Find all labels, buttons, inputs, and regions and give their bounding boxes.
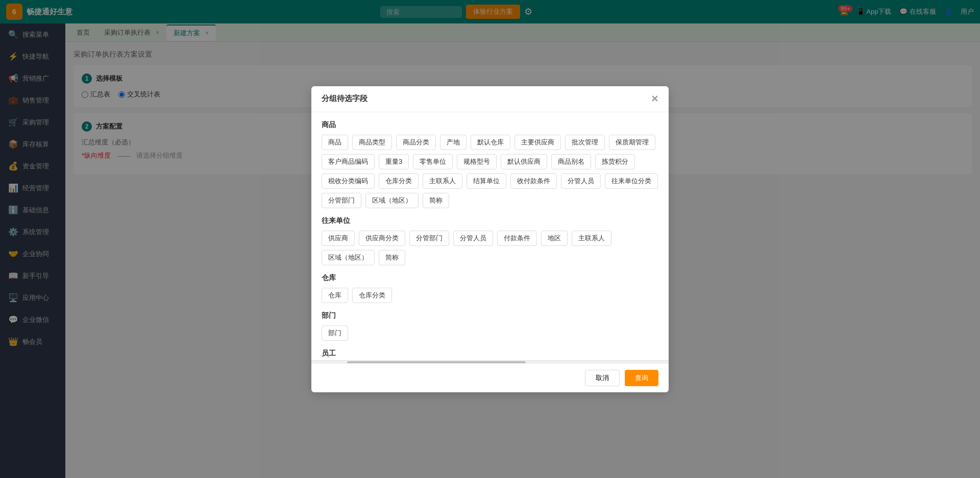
field-supplier-category[interactable]: 供应商分类	[359, 231, 405, 246]
field-supervisor[interactable]: 分管人员	[561, 173, 601, 189]
modal-title: 分组待选字段	[322, 94, 368, 104]
section-dept: 部门 部门	[322, 311, 658, 341]
field-partner-contact[interactable]: 主联系人	[572, 231, 611, 246]
section-dept-fields: 部门	[322, 325, 658, 341]
field-region-partner[interactable]: 区域（地区）	[322, 250, 375, 265]
field-area[interactable]: 地区	[541, 231, 568, 246]
field-dept-mgmt[interactable]: 分管部门	[322, 193, 361, 208]
section-partner-fields: 供应商 供应商分类 分管部门 分管人员 付款条件 地区 主联系人 区域（地区） …	[322, 231, 658, 265]
section-dept-title: 部门	[322, 311, 658, 320]
field-main-supplier[interactable]: 主要供应商	[514, 135, 561, 150]
field-abbr-product[interactable]: 简称	[423, 193, 449, 208]
field-product-type[interactable]: 商品类型	[352, 135, 392, 150]
field-partner-category[interactable]: 往来单位分类	[605, 173, 658, 189]
modal-header: 分组待选字段 ✕	[311, 86, 669, 112]
modal-horizontal-scrollbar[interactable]	[311, 360, 669, 363]
section-employee: 员工 业务员	[322, 349, 658, 360]
field-payment-condition[interactable]: 付款条件	[497, 231, 537, 246]
field-default-warehouse[interactable]: 默认仓库	[471, 135, 510, 150]
field-region-product[interactable]: 区域（地区）	[365, 193, 419, 208]
field-pick-points[interactable]: 拣货积分	[595, 154, 635, 169]
field-main-contact[interactable]: 主联系人	[423, 173, 462, 189]
field-warehouse[interactable]: 仓库	[322, 288, 348, 303]
field-customer-code[interactable]: 客户商品编码	[322, 154, 375, 169]
section-employee-title: 员工	[322, 349, 658, 358]
field-partner-supervisor[interactable]: 分管人员	[453, 231, 493, 246]
section-product-fields: 商品 商品类型 商品分类 产地 默认仓库 主要供应商 批次管理 保质期管理 客户…	[322, 135, 658, 208]
field-tax-code[interactable]: 税收分类编码	[322, 173, 375, 189]
cancel-button[interactable]: 取消	[585, 370, 620, 386]
field-expiry-mgmt[interactable]: 保质期管理	[609, 135, 655, 150]
modal-overlay: 分组待选字段 ✕ 商品 商品 商品类型 商品分类 产地 默认仓库 主要供应商 批…	[0, 0, 980, 478]
field-warehouse-type[interactable]: 仓库分类	[352, 288, 392, 303]
field-product[interactable]: 商品	[322, 135, 348, 150]
section-product: 商品 商品 商品类型 商品分类 产地 默认仓库 主要供应商 批次管理 保质期管理…	[322, 120, 658, 208]
field-origin[interactable]: 产地	[440, 135, 467, 150]
field-abbr-partner[interactable]: 简称	[379, 250, 405, 265]
field-weight3[interactable]: 重量3	[379, 154, 409, 169]
field-supplier[interactable]: 供应商	[322, 231, 355, 246]
field-select-modal: 分组待选字段 ✕ 商品 商品 商品类型 商品分类 产地 默认仓库 主要供应商 批…	[311, 86, 669, 392]
field-product-category[interactable]: 商品分类	[396, 135, 436, 150]
field-retail-unit[interactable]: 零售单位	[413, 154, 453, 169]
field-spec-model[interactable]: 规格型号	[457, 154, 497, 169]
field-settlement-unit[interactable]: 结算单位	[467, 173, 506, 189]
section-partner: 往来单位 供应商 供应商分类 分管部门 分管人员 付款条件 地区 主联系人 区域…	[322, 216, 658, 265]
field-partner-dept[interactable]: 分管部门	[409, 231, 449, 246]
field-payment-terms[interactable]: 收付款条件	[510, 173, 557, 189]
modal-close-button[interactable]: ✕	[651, 93, 658, 105]
modal-footer: 取消 查询	[311, 363, 669, 392]
section-warehouse-fields: 仓库 仓库分类	[322, 288, 658, 303]
field-dept[interactable]: 部门	[322, 325, 348, 341]
section-warehouse-title: 仓库	[322, 273, 658, 283]
modal-body[interactable]: 商品 商品 商品类型 商品分类 产地 默认仓库 主要供应商 批次管理 保质期管理…	[311, 112, 669, 360]
confirm-button[interactable]: 查询	[625, 370, 658, 386]
field-default-supplier[interactable]: 默认供应商	[501, 154, 547, 169]
field-product-alias[interactable]: 商品别名	[551, 154, 591, 169]
section-warehouse: 仓库 仓库 仓库分类	[322, 273, 658, 303]
modal-scrollbar-thumb	[347, 361, 526, 363]
field-batch-mgmt[interactable]: 批次管理	[565, 135, 605, 150]
section-product-title: 商品	[322, 120, 658, 130]
field-warehouse-category[interactable]: 仓库分类	[379, 173, 419, 189]
section-partner-title: 往来单位	[322, 216, 658, 225]
